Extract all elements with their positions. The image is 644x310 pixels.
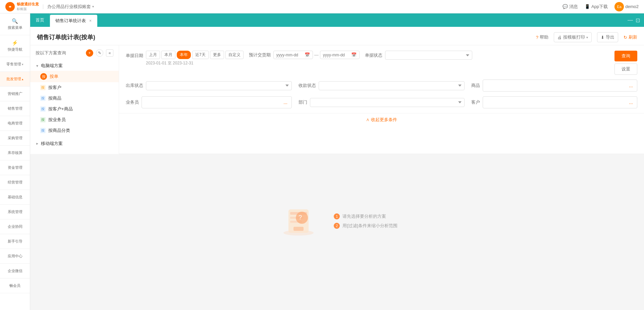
top-bar-left: 畅捷通好生意 标账版 办公用品行业模拟账套 ▾ <box>5 2 94 11</box>
tab-home-label: 首页 <box>36 17 44 23</box>
date-btn-last-month[interactable]: 上月 <box>146 51 160 59</box>
sidebar: 🔍 搜索菜单 ⚡ 快捷导航 零售管理 ▾ 批发管理 ▴ 营销推广 销售管理 电商… <box>0 13 30 310</box>
ship-status-select[interactable] <box>146 81 292 90</box>
dept-filter-label: 部门 <box>299 99 307 105</box>
sales-ellipsis-button[interactable]: ... <box>282 98 289 106</box>
print-button[interactable]: 🖨 按模板打印 ▾ <box>554 32 592 42</box>
sidebar-item-newbie[interactable]: 新手引导 <box>0 234 30 249</box>
refresh-button[interactable]: ↻ 刷新 <box>624 34 637 40</box>
schema-item-by-product-label: 按商品 <box>48 95 61 101</box>
product-input-wrap: ... <box>483 80 637 92</box>
tab-bar: 首页 销售订单统计表 × — ⊡ <box>30 13 644 27</box>
expected-date-start-input[interactable] <box>276 53 303 57</box>
query-button[interactable]: 查询 <box>614 51 637 61</box>
logo-area: 畅捷通好生意 标账版 <box>5 2 39 11</box>
left-panel: 按以下方案查询 + ✎ « <box>30 45 119 154</box>
date-btn-this-month[interactable]: 本月 <box>161 51 175 59</box>
empty-tip-1-text: 请先选择要分析的方案 <box>342 213 386 219</box>
schema-item-by-category-label: 按商品分类 <box>48 127 70 134</box>
tab-sales-stat[interactable]: 销售订单统计表 × <box>50 15 97 27</box>
date-btn-this-year[interactable]: 本年 <box>177 51 191 59</box>
customer-ellipsis-button[interactable]: ... <box>628 98 634 106</box>
help-button[interactable]: ? 帮助 <box>536 34 548 40</box>
dept-select-wrap <box>310 98 465 107</box>
left-panel-actions: + ✎ « <box>86 49 113 57</box>
schema-group-desktop-label: 电脑端方案 <box>41 63 63 69</box>
chevron-down-icon: ▾ <box>92 5 94 8</box>
sidebar-item-basic[interactable]: 基础信息 <box>0 190 30 205</box>
edit-icon: ✎ <box>98 51 101 55</box>
sidebar-item-inventory[interactable]: 库存核算 <box>0 146 30 160</box>
sidebar-item-wholesale[interactable]: 批发管理 ▴ <box>0 72 30 87</box>
sidebar-item-members[interactable]: 畅会员 <box>0 278 30 293</box>
message-icon: 💬 <box>562 4 568 9</box>
schema-group-desktop-header[interactable]: ▼ 电脑端方案 <box>30 61 119 71</box>
schema-item-by-order[interactable]: 按 按单 <box>30 71 119 82</box>
status-select[interactable] <box>385 51 472 60</box>
empty-illustration: ? <box>277 199 320 243</box>
expected-date-end-input[interactable] <box>323 53 350 57</box>
dept-select[interactable] <box>310 98 465 107</box>
schema-item-by-cust-prod[interactable]: 按 按客户+商品 <box>30 104 119 114</box>
date-range-display: 2023-01-01 至 2023-12-31 <box>146 60 244 66</box>
schema-item-by-category[interactable]: 按 按商品分类 <box>30 125 119 136</box>
sidebar-item-quick-nav[interactable]: ⚡ 快捷导航 <box>0 35 30 57</box>
app-download-button[interactable]: 📱 App下载 <box>585 4 608 10</box>
date-btn-7days[interactable]: 近7天 <box>192 51 209 59</box>
empty-tip-2: 2 用[过滤]条件来缩小分析范围 <box>334 223 397 229</box>
message-label: 消息 <box>569 4 578 10</box>
export-button[interactable]: ⬇ 导出 <box>597 32 618 42</box>
sidebar-item-enterprise[interactable]: 企业协同 <box>0 219 30 234</box>
username-label: demo2 <box>625 4 639 9</box>
sidebar-item-system[interactable]: 系统管理 <box>0 205 30 219</box>
collapse-bar[interactable]: ∧ 收起更多条件 <box>119 113 644 126</box>
sidebar-item-sales[interactable]: 销售管理 <box>0 101 30 116</box>
tab-minimize-icon[interactable]: — <box>628 17 633 23</box>
customer-filter-label: 客户 <box>471 99 480 105</box>
tab-close-icon[interactable]: × <box>89 18 92 23</box>
schema-item-by-order-label: 按单 <box>50 73 58 80</box>
left-panel-title: 按以下方案查询 <box>36 50 66 56</box>
collapse-panel-button[interactable]: « <box>106 49 113 57</box>
message-button[interactable]: 💬 消息 <box>562 4 578 10</box>
tip-2-num-icon: 2 <box>334 223 340 229</box>
schema-group-desktop: ▼ 电脑端方案 按 按单 按 按客户 <box>30 59 119 137</box>
settings-button[interactable]: 设置 <box>614 63 637 75</box>
sidebar-item-finance[interactable]: 资金管理 <box>0 160 30 175</box>
date-btn-custom[interactable]: 自定义 <box>225 51 244 59</box>
sidebar-item-ecommerce[interactable]: 电商管理 <box>0 116 30 131</box>
schema-item-by-product[interactable]: 按 按商品 <box>30 93 119 104</box>
product-ellipsis-button[interactable]: ... <box>628 82 634 90</box>
export-label: 导出 <box>606 34 614 40</box>
sidebar-item-operations[interactable]: 经营管理 <box>0 175 30 190</box>
sidebar-item-app-center[interactable]: 应用中心 <box>0 249 30 264</box>
add-schema-button[interactable]: + <box>86 49 93 57</box>
date-btn-more[interactable]: 更多 <box>210 51 224 59</box>
sidebar-item-wechat[interactable]: 企业微信 <box>0 264 30 278</box>
empty-tip-1: 1 请先选择要分析的方案 <box>334 213 397 219</box>
svg-text:?: ? <box>299 214 302 221</box>
ship-status-select-wrap <box>146 81 292 90</box>
refresh-icon: ↻ <box>624 35 627 40</box>
user-menu-button[interactable]: Ea demo2 <box>614 2 639 11</box>
schema-type-icon-2: 按 <box>40 96 46 101</box>
schema-group-mobile-header[interactable]: ▼ 移动端方案 <box>30 139 119 149</box>
ship-status-filter: 出库状态 <box>126 81 292 90</box>
sidebar-item-retail[interactable]: 零售管理 ▾ <box>0 57 30 72</box>
calendar-end-icon[interactable]: 📅 <box>351 52 357 57</box>
edit-schema-button[interactable]: ✎ <box>96 49 103 57</box>
sidebar-item-search[interactable]: 🔍 搜索菜单 <box>0 13 30 35</box>
tab-home[interactable]: 首页 <box>30 13 50 27</box>
sidebar-item-purchase[interactable]: 采购管理 <box>0 131 30 146</box>
payment-status-select[interactable] <box>319 81 465 90</box>
sidebar-item-marketing[interactable]: 营销推广 <box>0 87 30 101</box>
schema-item-by-customer[interactable]: 按 按客户 <box>30 82 119 93</box>
schema-group-mobile-label: 移动端方案 <box>41 141 63 147</box>
calendar-start-icon[interactable]: 📅 <box>305 52 310 57</box>
app-selector[interactable]: 办公用品行业模拟账套 ▾ <box>47 4 94 10</box>
filter-area: 单据日期 上月 本月 本年 近7天 更多 自定义 <box>119 45 644 108</box>
page-header: 销售订单统计表(按单) ? 帮助 🖨 按模板打印 ▾ ⬇ 导出 <box>30 27 644 45</box>
schema-item-by-sales[interactable]: 按 按业务员 <box>30 114 119 125</box>
content-area: 首页 销售订单统计表 × — ⊡ 销售订单统计表(按单) ? 帮助 <box>30 13 644 310</box>
tab-maximize-icon[interactable]: ⊡ <box>636 17 640 23</box>
